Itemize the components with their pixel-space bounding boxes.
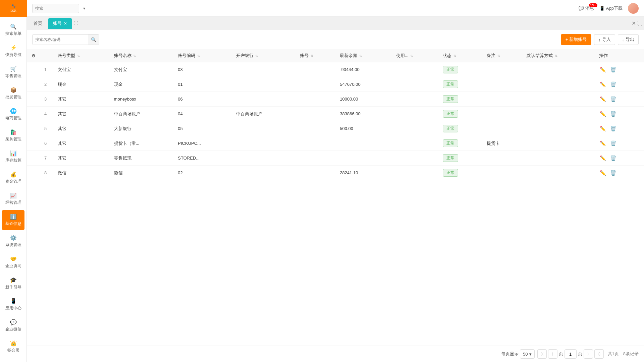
search-button[interactable]: 🔍 <box>88 34 99 45</box>
tab-home[interactable]: 首页 <box>29 18 47 29</box>
app-center-icon: 📱 <box>10 298 17 304</box>
pagination: 每页显示 50 ▾ ⟨⟨ ⟨ 页 页 ⟩ ⟩⟩ 共1页，8条记录 <box>27 346 644 362</box>
edit-btn[interactable]: ✏️ <box>599 169 607 177</box>
cell-action: ✏️ 🗑️ <box>595 166 644 180</box>
cell-status: 正常 <box>439 107 483 121</box>
sidebar-item-label-corp-agreement: 企业协同 <box>5 263 21 269</box>
edit-btn[interactable]: ✏️ <box>599 81 607 88</box>
close-tab-btn[interactable]: ✕ <box>632 20 636 26</box>
edit-btn[interactable]: ✏️ <box>599 140 607 147</box>
delete-btn[interactable]: 🗑️ <box>609 125 617 132</box>
sidebar-item-sys[interactable]: ⚙️ 系统管理 <box>2 231 24 251</box>
cell-action: ✏️ 🗑️ <box>595 107 644 121</box>
header-search[interactable] <box>32 4 79 13</box>
status-badge: 正常 <box>443 66 458 73</box>
sidebar-item-ecommerce[interactable]: 🌐 电商管理 <box>2 105 24 124</box>
delete-btn[interactable]: 🗑️ <box>609 81 617 88</box>
search-input[interactable] <box>33 35 88 45</box>
delete-btn[interactable]: 🗑️ <box>609 96 617 103</box>
th-account-name[interactable]: 账号名称 ⇅ <box>110 49 174 62</box>
cell-settings <box>27 121 40 136</box>
cell-latest-balance: 383866.00 <box>336 107 392 121</box>
edit-btn[interactable]: ✏️ <box>599 66 607 73</box>
header-dropdown[interactable]: ▾ <box>83 6 85 11</box>
next-page-btn[interactable]: ⟩ <box>584 349 593 359</box>
th-latest-balance[interactable]: 最新余额 ⇅ <box>336 49 392 62</box>
sidebar-item-quick-nav[interactable]: ⚡ 快捷导航 <box>2 41 24 61</box>
edit-btn[interactable]: ✏️ <box>599 110 607 118</box>
cell-settings <box>27 166 40 180</box>
delete-btn[interactable]: 🗑️ <box>609 169 617 177</box>
cell-account-name: 支付宝 <box>110 62 174 77</box>
cell-usage <box>392 77 439 92</box>
cell-status: 正常 <box>439 77 483 92</box>
table-header-row: ⚙ 账号类型 ⇅ 账号名称 ⇅ 账号编码 ⇅ 开户银行 ⇅ 账号 ⇅ 最新余额 … <box>27 49 644 62</box>
cell-action: ✏️ 🗑️ <box>595 121 644 136</box>
export-button[interactable]: ↓ 导出 <box>618 34 639 45</box>
new-account-label: + 新增账号 <box>566 37 587 43</box>
th-account-no[interactable]: 账号 ⇅ <box>296 49 336 62</box>
th-bank[interactable]: 开户银行 ⇅ <box>232 49 296 62</box>
cell-remark <box>483 62 523 77</box>
tab-account[interactable]: 账号 ✕ <box>48 18 72 29</box>
page-size-arrow: ▾ <box>529 352 532 357</box>
sidebar-nav: 🔍 搜索菜单 ⚡ 快捷导航 🛒 零售管理 📦 批发管理 🌐 电商管理 🛍️ 采购… <box>0 17 26 362</box>
prev-page-btn[interactable]: ⟨ <box>548 349 557 359</box>
first-page-btn[interactable]: ⟨⟨ <box>537 349 547 359</box>
th-settings[interactable]: ⚙ <box>27 49 40 62</box>
sort-account-name-icon: ⇅ <box>133 54 136 58</box>
message-btn[interactable]: 💬 消息 99+ <box>579 5 594 11</box>
cell-status: 正常 <box>439 62 483 77</box>
user-avatar[interactable] <box>628 3 639 14</box>
cell-usage <box>392 136 439 151</box>
sidebar-item-search-menu[interactable]: 🔍 搜索菜单 <box>2 20 24 40</box>
import-button[interactable]: ↑ 导入 <box>594 34 615 45</box>
cell-account-type: 其它 <box>54 121 110 136</box>
sidebar-item-retail[interactable]: 🛒 零售管理 <box>2 62 24 82</box>
edit-btn[interactable]: ✏️ <box>599 125 607 132</box>
cell-default-settlement <box>523 77 595 92</box>
cell-action: ✏️ 🗑️ <box>595 136 644 151</box>
new-account-button[interactable]: + 新增账号 <box>561 34 591 45</box>
th-account-type[interactable]: 账号类型 ⇅ <box>54 49 110 62</box>
last-page-btn[interactable]: ⟩⟩ <box>594 349 604 359</box>
sidebar-item-corp-wechat[interactable]: 💬 企业微信 <box>2 316 24 336</box>
table-wrap: ⚙ 账号类型 ⇅ 账号名称 ⇅ 账号编码 ⇅ 开户银行 ⇅ 账号 ⇅ 最新余额 … <box>27 49 644 346</box>
delete-btn[interactable]: 🗑️ <box>609 155 617 162</box>
cell-account-code: 04 <box>174 107 232 121</box>
sidebar-item-inventory[interactable]: 📊 库存核算 <box>2 147 24 167</box>
page-input[interactable] <box>565 349 577 359</box>
page-label: 页 <box>559 351 563 357</box>
page-size-dropdown[interactable]: 50 ▾ <box>520 349 534 359</box>
sidebar-item-purchase[interactable]: 🛍️ 采购管理 <box>2 126 24 145</box>
delete-btn[interactable]: 🗑️ <box>609 140 617 147</box>
message-badge: 99+ <box>589 3 597 7</box>
toolbar-right: + 新增账号 ↑ 导入 ↓ 导出 <box>561 34 639 45</box>
th-remark[interactable]: 备注 ⇅ <box>483 49 523 62</box>
sidebar-item-corp-agreement[interactable]: 🤝 企业协同 <box>2 252 24 272</box>
cell-account-code: 05 <box>174 121 232 136</box>
cell-bank <box>232 151 296 166</box>
delete-btn[interactable]: 🗑️ <box>609 110 617 118</box>
th-default-settlement[interactable]: 默认结算方式 ⇅ <box>523 49 595 62</box>
sidebar-item-wholesale[interactable]: 📦 批发管理 <box>2 83 24 103</box>
sidebar-item-new-guide[interactable]: 🎓 新手引导 <box>2 274 24 293</box>
header-search-input[interactable] <box>35 6 86 11</box>
sidebar-item-app-center[interactable]: 📱 应用中心 <box>2 295 24 314</box>
tab-account-close[interactable]: ✕ <box>64 21 67 26</box>
th-usage[interactable]: 使用... ⇅ <box>392 49 439 62</box>
sidebar-item-basic-info[interactable]: ℹ️ 基础信息 <box>2 210 24 230</box>
th-status[interactable]: 状态 ⇅ <box>439 49 483 62</box>
app-download-btn[interactable]: 📱 App下载 <box>599 5 623 11</box>
th-account-code[interactable]: 账号编码 ⇅ <box>174 49 232 62</box>
sidebar-item-ops[interactable]: 📈 经营管理 <box>2 189 24 209</box>
sidebar-item-capital[interactable]: 💰 资金管理 <box>2 168 24 188</box>
edit-btn[interactable]: ✏️ <box>599 96 607 103</box>
sidebar-item-vip-member[interactable]: 👑 畅会员 <box>2 337 24 357</box>
delete-btn[interactable]: 🗑️ <box>609 66 617 73</box>
ops-icon: 📈 <box>10 192 17 199</box>
edit-btn[interactable]: ✏️ <box>599 155 607 162</box>
cell-usage <box>392 121 439 136</box>
tab-expand-btn[interactable]: ⛶ <box>74 21 78 26</box>
maximize-btn[interactable]: ⛶ <box>637 20 643 26</box>
